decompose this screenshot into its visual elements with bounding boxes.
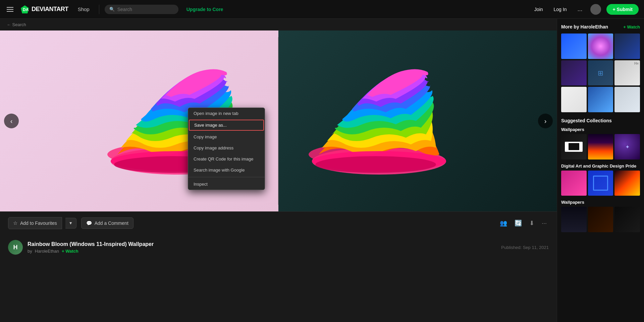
image-next-arrow[interactable]: › xyxy=(538,114,553,128)
artwork-meta: Rainbow Bloom (Windows 11-Inspired) Wall… xyxy=(28,241,496,254)
context-menu-item-save[interactable]: Save image as... xyxy=(189,120,264,131)
suggested-title: Suggested Collections xyxy=(561,118,612,123)
comment-icon: 💬 xyxy=(86,220,92,226)
avatar[interactable] xyxy=(590,4,601,15)
search-input[interactable] xyxy=(117,7,171,12)
deviantart-logo[interactable]: DA DEVIANTART xyxy=(20,5,68,14)
refresh-icon-button[interactable]: 🔄 xyxy=(513,217,524,229)
digital-thumb-1[interactable] xyxy=(561,171,587,196)
image-prev-arrow[interactable]: ‹ xyxy=(4,114,19,128)
by-label: by xyxy=(28,249,32,254)
digital-art-subsection: Digital Art and Graphic Design Pride xyxy=(561,164,640,196)
add-to-favourites-button[interactable]: ☆ Add to Favourites xyxy=(8,217,62,229)
hamburger-menu[interactable] xyxy=(5,6,15,13)
digital-art-grid xyxy=(561,171,640,196)
context-menu-item-copy-image[interactable]: Copy image xyxy=(188,131,265,142)
action-bar: ☆ Add to Favourites ▼ 💬 Add a Comment 👥 … xyxy=(0,211,557,235)
digital-art-label: Digital Art and Graphic Design Pride xyxy=(561,164,640,169)
context-menu-item-inspect[interactable]: Inspect xyxy=(188,179,265,190)
logo-icon: DA xyxy=(20,5,30,14)
digital-thumb-2[interactable] xyxy=(588,171,613,196)
wallpaper2-thumb-1[interactable] xyxy=(561,207,587,232)
upgrade-link[interactable]: Upgrade to Core xyxy=(186,7,223,12)
thumbnail-grid-row3 xyxy=(561,87,640,112)
download-icon-button[interactable]: ⬇ xyxy=(527,217,536,229)
context-menu-item-qr[interactable]: Create QR Code for this image xyxy=(188,153,265,165)
context-menu-item-search-google[interactable]: Search image with Google xyxy=(188,165,265,176)
artist-avatar[interactable]: H xyxy=(8,240,23,255)
wallpaper-thumb-3[interactable]: ✦ xyxy=(614,134,640,159)
thumbnail-5[interactable]: ⊞ xyxy=(588,60,613,86)
digital-thumb-3[interactable] xyxy=(614,171,640,196)
logo-text: DEVIANTART xyxy=(32,6,68,13)
thumbnail-2[interactable] xyxy=(588,34,613,59)
add-comment-button[interactable]: 💬 Add a Comment xyxy=(81,217,133,229)
artwork-artist-row: by HaroleEthan + Watch xyxy=(28,249,496,254)
avatar-initial: H xyxy=(13,244,18,251)
suggested-collections-section: Suggested Collections Wallpapers ✦ Digit… xyxy=(561,118,640,232)
wallpapers-label: Wallpapers xyxy=(561,127,640,132)
wallpapers2-grid xyxy=(561,207,640,232)
shop-link[interactable]: Shop xyxy=(74,6,94,12)
more-options-button[interactable]: ··· xyxy=(540,218,549,229)
more-by-section: More by HaroleEthan + Watch ⊞ H≡ xyxy=(561,24,640,112)
wallpaper-thumb-1[interactable] xyxy=(561,134,587,159)
left-content: ← Search ‹ xyxy=(0,19,557,322)
wallpaper-thumb-2[interactable] xyxy=(588,134,613,159)
more-by-header: More by HaroleEthan + Watch xyxy=(561,24,640,29)
thumbnail-7[interactable] xyxy=(561,87,587,112)
more-button[interactable]: ... xyxy=(575,6,585,13)
image-viewer: ‹ xyxy=(0,30,557,211)
thumbnail-4[interactable] xyxy=(561,60,587,86)
context-menu-item-copy-address[interactable]: Copy image address xyxy=(188,142,265,153)
wallpapers-subsection: Wallpapers ✦ xyxy=(561,127,640,159)
search-bar: 🔍 xyxy=(105,5,178,14)
thumbnail-grid-row1 xyxy=(561,34,640,59)
share-icon-button[interactable]: 👥 xyxy=(498,217,509,229)
favourites-dropdown-button[interactable]: ▼ xyxy=(65,218,76,229)
context-menu-item-open[interactable]: Open image in new tab xyxy=(188,108,265,119)
join-button[interactable]: Join xyxy=(532,7,546,12)
artwork-info: H Rainbow Bloom (Windows 11-Inspired) Wa… xyxy=(0,235,557,260)
breadcrumb: ← Search xyxy=(0,19,557,30)
artist-name-link[interactable]: HaroleEthan xyxy=(35,249,59,254)
thumbnail-6[interactable]: H≡ xyxy=(614,60,640,86)
top-nav: DA DEVIANTART Shop 🔍 Upgrade to Core Joi… xyxy=(0,0,644,19)
login-button[interactable]: Log In xyxy=(551,7,570,12)
svg-point-9 xyxy=(315,156,436,173)
thumbnail-3[interactable] xyxy=(614,34,640,59)
wallpapers2-subsection: Wallpapers xyxy=(561,200,640,232)
thumbnail-grid-row2: ⊞ H≡ xyxy=(561,60,640,86)
svg-text:DA: DA xyxy=(23,7,29,12)
breadcrumb-search-link[interactable]: ← Search xyxy=(7,22,26,27)
main-layout: ← Search ‹ xyxy=(0,19,644,322)
thumbnail-8[interactable] xyxy=(588,87,613,112)
published-date: Published: Sep 11, 2021 xyxy=(501,245,549,250)
artwork-title: Rainbow Bloom (Windows 11-Inspired) Wall… xyxy=(28,241,496,247)
thumbnail-1[interactable] xyxy=(561,34,587,59)
submit-button[interactable]: + Submit xyxy=(606,4,639,15)
image-canvas: Open image in new tab Save image as... C… xyxy=(0,30,557,211)
wallpaper2-thumb-3[interactable] xyxy=(614,207,640,232)
wallpapers-grid: ✦ xyxy=(561,134,640,159)
artwork-image xyxy=(77,37,480,205)
wallpaper2-thumb-2[interactable] xyxy=(588,207,613,232)
suggested-header: Suggested Collections xyxy=(561,118,640,124)
search-icon: 🔍 xyxy=(109,7,115,12)
right-sidebar: More by HaroleEthan + Watch ⊞ H≡ xyxy=(557,19,644,322)
more-by-title: More by HaroleEthan xyxy=(561,24,608,29)
star-icon: ☆ xyxy=(13,220,17,226)
sidebar-watch-button[interactable]: + Watch xyxy=(623,24,640,29)
wallpapers2-label: Wallpapers xyxy=(561,200,640,205)
context-menu: Open image in new tab Save image as... C… xyxy=(188,108,265,190)
thumbnail-9[interactable] xyxy=(614,87,640,112)
watch-artist-button[interactable]: + Watch xyxy=(62,249,78,254)
